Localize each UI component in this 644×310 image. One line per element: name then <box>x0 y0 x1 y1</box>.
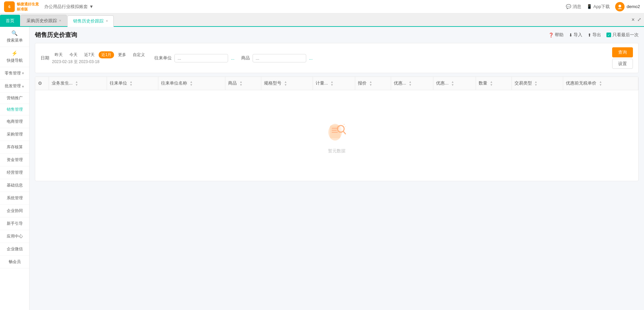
sidebar-item-retail-mgmt[interactable]: 零售管理 ▼ <box>0 67 29 80</box>
tab-purchase-history-close[interactable]: × <box>59 19 61 22</box>
svg-rect-6 <box>332 130 337 131</box>
product-dots[interactable]: ... <box>309 56 313 61</box>
retail-mgmt-arrow: ▼ <box>21 71 25 75</box>
dropdown-icon: ▼ <box>89 4 94 9</box>
import-link[interactable]: ⬇ 导入 <box>569 32 582 38</box>
header-left: 6 畅捷通好生意 标准版 办公用品行业模拟账套 ▼ <box>4 1 96 12</box>
partner-input[interactable] <box>174 54 228 62</box>
th-quote-price[interactable]: 报价 ▲▼ <box>355 77 391 90</box>
sidebar-item-search-menu[interactable]: 🔍 搜索菜单 <box>0 27 29 47</box>
user-profile[interactable]: demo2 <box>615 2 640 11</box>
th-trade-type[interactable]: 交易类型 ▲▼ <box>512 77 563 90</box>
only-last-checkbox-label[interactable]: ✓ 只看最后一次 <box>606 32 639 38</box>
sidebar-item-enterprise-wechat[interactable]: 企业微信 <box>0 243 29 256</box>
search-menu-icon: 🔍 <box>11 30 18 36</box>
enterprise-collab-label: 企业协同 <box>7 208 23 214</box>
date-option-1month[interactable]: 近1月 <box>99 51 114 58</box>
sidebar-item-new-guide[interactable]: 新手引导 <box>0 217 29 230</box>
date-label: 日期 <box>41 55 49 61</box>
th-settings[interactable]: ⚙ <box>35 77 49 90</box>
enterprise-wechat-label: 企业微信 <box>7 246 23 252</box>
sort-icon-quantity: ▲▼ <box>490 81 493 87</box>
th-quantity[interactable]: 数量 ▲▼ <box>476 77 512 90</box>
page-content: 销售历史价查询 ❓ 帮助 ⬇ 导入 ⬆ 导出 ✓ <box>30 27 644 310</box>
th-pre-discount-price-label: 优惠前无税单价 <box>566 81 596 86</box>
sidebar-item-ecommerce-mgmt[interactable]: 电商管理 <box>0 115 29 128</box>
app-download-label: App下载 <box>593 4 610 10</box>
partner-filter-group: 往来单位 ... <box>154 54 234 62</box>
page-title-bar: 销售历史价查询 ❓ 帮助 ⬇ 导入 ⬆ 导出 ✓ <box>35 31 639 39</box>
ecommerce-mgmt-label: 电商管理 <box>7 119 23 124</box>
sidebar-item-purchase-mgmt[interactable]: 采购管理 <box>0 128 29 141</box>
th-spec[interactable]: 规格型号 ▲▼ <box>261 77 313 90</box>
table-header-row: ⚙ 业务发生... ▲▼ 往来单位 ▲▼ 往来单位名称 <box>35 77 638 90</box>
import-icon: ⬇ <box>569 33 573 38</box>
sidebar-item-app-center[interactable]: 应用中心 <box>0 230 29 243</box>
member-label: 畅会员 <box>9 259 21 265</box>
date-option-more[interactable]: 更多 <box>115 51 129 58</box>
partner-dots[interactable]: ... <box>231 56 234 61</box>
sidebar-item-ops-mgmt[interactable]: 经营管理 <box>0 166 29 179</box>
tab-home[interactable]: 首页 <box>0 15 20 26</box>
tab-purchase-history[interactable]: 采购历史价跟踪 × <box>21 15 67 26</box>
sidebar-item-member[interactable]: 畅会员 <box>0 256 29 268</box>
date-option-today[interactable]: 今天 <box>67 51 80 58</box>
settings-button[interactable]: 设置 <box>612 59 633 69</box>
app-download-action[interactable]: 📱 App下载 <box>587 4 610 10</box>
close-all-tabs-button[interactable]: × <box>632 17 635 23</box>
app-selector[interactable]: 办公用品行业模拟账套 ▼ <box>42 2 96 11</box>
search-button[interactable]: 查询 <box>612 47 633 57</box>
th-discount2[interactable]: 优惠... ▲▼ <box>433 77 476 90</box>
app-download-icon: 📱 <box>587 4 592 9</box>
sidebar-item-stock-check[interactable]: 库存核算 <box>0 141 29 154</box>
th-discount1[interactable]: 优惠... ▲▼ <box>391 77 433 90</box>
sidebar-item-quick-nav[interactable]: ⚡ 快捷导航 <box>0 47 29 67</box>
expand-button[interactable]: ⤢ <box>637 17 641 23</box>
svg-text:6: 6 <box>8 5 10 9</box>
svg-point-11 <box>343 124 345 125</box>
th-pre-discount-price[interactable]: 优惠前无税单价 ▲▼ <box>563 77 638 90</box>
tab-bar-right: × ⤢ <box>632 17 641 23</box>
svg-line-10 <box>343 131 345 134</box>
logo-area: 6 畅捷通好生意 标准版 <box>4 1 39 12</box>
th-biz-date[interactable]: 业务发生... ▲▼ <box>49 77 107 90</box>
sort-icon-product: ▲▼ <box>239 81 243 87</box>
only-last-checkbox[interactable]: ✓ <box>606 33 611 37</box>
export-link[interactable]: ⬆ 导出 <box>588 32 601 38</box>
message-icon: 💬 <box>566 4 571 9</box>
data-table: ⚙ 业务发生... ▲▼ 往来单位 ▲▼ 往来单位名称 <box>35 77 638 90</box>
th-partner-name[interactable]: 往来单位名称 ▲▼ <box>158 77 225 90</box>
message-action[interactable]: 💬 消息 <box>566 4 581 10</box>
th-partner-code[interactable]: 往来单位 ▲▼ <box>107 77 158 90</box>
tab-purchase-history-label: 采购历史价跟踪 <box>26 18 57 24</box>
date-range-text: 2023-02-18 至 2023-03-18 <box>52 59 148 65</box>
top-header: 6 畅捷通好生意 标准版 办公用品行业模拟账套 ▼ 💬 消息 📱 App下载 <box>0 0 644 13</box>
sidebar: 🔍 搜索菜单 ⚡ 快捷导航 零售管理 ▼ 批发管理 ▲ 营销推广 销售管理 电商… <box>0 27 30 310</box>
product-input[interactable] <box>253 54 306 62</box>
sidebar-item-finance-mgmt[interactable]: 资金管理 <box>0 154 29 166</box>
date-option-last7days[interactable]: 近7天 <box>82 51 97 58</box>
help-link[interactable]: ❓ 帮助 <box>548 32 564 38</box>
th-unit-label: 计量... <box>316 81 328 86</box>
sidebar-item-enterprise-collab[interactable]: 企业协同 <box>0 205 29 217</box>
sidebar-item-basic-info[interactable]: 基础信息 <box>0 179 29 192</box>
product-filter-group: 商品 ... <box>241 54 313 62</box>
svg-point-9 <box>338 126 343 131</box>
sidebar-item-sys-mgmt[interactable]: 系统管理 <box>0 192 29 205</box>
settings-gear-icon[interactable]: ⚙ <box>38 81 42 86</box>
sidebar-item-sales-mgmt[interactable]: 销售管理 <box>0 104 29 115</box>
retail-mgmt-label: 零售管理 <box>5 70 21 76</box>
sidebar-item-wholesale-mgmt[interactable]: 批发管理 ▲ <box>0 80 29 93</box>
sort-icon-spec: ▲▼ <box>284 81 287 87</box>
date-option-yesterday[interactable]: 昨天 <box>52 51 65 58</box>
date-option-custom[interactable]: 自定义 <box>130 51 148 58</box>
tab-sales-history-close[interactable]: × <box>106 19 108 23</box>
sidebar-item-marketing[interactable]: 营销推广 <box>0 93 29 104</box>
new-guide-label: 新手引导 <box>7 221 23 226</box>
app-center-label: 应用中心 <box>7 234 23 239</box>
th-product[interactable]: 商品 ▲▼ <box>225 77 261 90</box>
tab-sales-history[interactable]: 销售历史价跟踪 × <box>67 15 113 27</box>
th-unit[interactable]: 计量... ▲▼ <box>313 77 355 90</box>
page-title: 销售历史价查询 <box>35 31 77 39</box>
tab-bar: 首页 采购历史价跟踪 × 销售历史价跟踪 × × ⤢ <box>0 13 644 27</box>
